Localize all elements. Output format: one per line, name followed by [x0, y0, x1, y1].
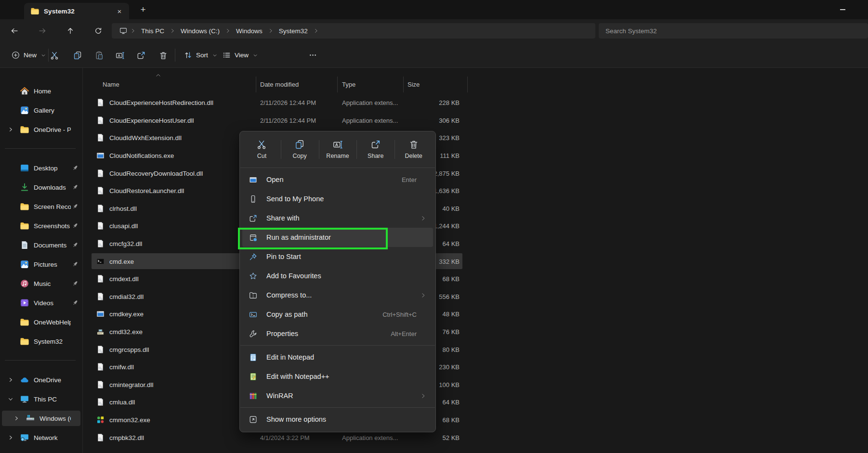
- forward-icon: [39, 27, 46, 35]
- column-separator[interactable]: [337, 77, 338, 92]
- menu-item-share-with[interactable]: Share with: [242, 208, 433, 228]
- column-separator[interactable]: [467, 77, 468, 92]
- sidebar-item-label: Downloads: [34, 184, 71, 191]
- menu-item-edit-in-notepad[interactable]: Edit in Notepad: [242, 348, 433, 367]
- menu-item-copy-as-path[interactable]: Copy as pathCtrl+Shift+C: [242, 305, 433, 324]
- tab-close-button[interactable]: ×: [114, 5, 125, 17]
- tab-title: System32: [44, 8, 75, 15]
- chevron-right-icon: [420, 215, 426, 221]
- sidebar-item-label: Home: [34, 88, 71, 95]
- quick-action-copy[interactable]: Copy: [281, 135, 319, 164]
- copy-icon: [295, 140, 304, 149]
- rename-button[interactable]: [110, 47, 130, 63]
- up-icon: [66, 27, 74, 35]
- file-row-cloudexperiencehostredirection-dll[interactable]: CloudExperienceHostRedirection.dll2/11/2…: [92, 94, 462, 112]
- folder-icon: [20, 337, 29, 346]
- column-header-size[interactable]: Size: [408, 81, 420, 88]
- breadcrumb-item-windows-c[interactable]: Windows (C:): [176, 26, 224, 36]
- sort-button[interactable]: Sort: [179, 47, 223, 63]
- menu-item-open[interactable]: OpenEnter: [242, 170, 433, 189]
- cut-button[interactable]: [45, 47, 64, 63]
- column-header-date-modified[interactable]: Date modified: [260, 81, 299, 88]
- new-button-label: New: [24, 52, 37, 59]
- column-separator[interactable]: [256, 77, 256, 92]
- quick-action-delete[interactable]: Delete: [395, 135, 433, 164]
- column-separator[interactable]: [403, 77, 404, 92]
- file-type: Application extens...: [342, 99, 398, 106]
- menu-item-label: Add to Favourites: [266, 272, 321, 280]
- back-button[interactable]: [7, 23, 22, 39]
- winrar-icon: [249, 392, 257, 400]
- chevron-right-icon[interactable]: [8, 377, 13, 383]
- menu-item-compress-to[interactable]: Compress to...: [242, 285, 433, 305]
- menu-item-add-to-favourites[interactable]: Add to Favourites: [242, 266, 433, 285]
- menu-item-edit-with-notepad[interactable]: Edit with Notepad++: [242, 367, 433, 386]
- chevron-down-icon: [212, 52, 218, 58]
- address-bar[interactable]: This PCWindows (C:)WindowsSystem32: [112, 23, 595, 39]
- share-button[interactable]: [132, 47, 151, 63]
- search-input[interactable]: Search System32: [599, 23, 868, 39]
- chevron-right-icon[interactable]: [13, 415, 19, 421]
- chevron-right-icon[interactable]: [8, 435, 13, 440]
- chevron-down-icon[interactable]: [8, 396, 13, 402]
- chevron-right-icon: [420, 292, 426, 298]
- tab-system32[interactable]: System32 ×: [24, 3, 129, 19]
- file-size: 230 KB: [439, 363, 460, 371]
- file-name: CloudRecoveryDownloadTool.dll: [109, 169, 203, 177]
- sort-ascending-icon: [155, 72, 161, 78]
- folder-icon: [20, 318, 29, 326]
- file-name: cmintegrator.dll: [109, 381, 154, 388]
- column-header-name[interactable]: Name: [103, 81, 119, 88]
- sidebar-item-label: Network: [34, 434, 71, 441]
- menu-item-show-more-options[interactable]: Show more options: [242, 410, 433, 429]
- copy-button[interactable]: [68, 47, 87, 63]
- file-name: CloudIdWxhExtension.dll: [109, 134, 182, 142]
- breadcrumb-item-windows[interactable]: Windows: [232, 26, 267, 36]
- menu-item-pin-to-start[interactable]: Pin to Start: [242, 247, 433, 266]
- menu-item-properties[interactable]: PropertiesAlt+Enter: [242, 324, 433, 343]
- quick-action-rename[interactable]: Rename: [319, 135, 357, 164]
- refresh-button[interactable]: [91, 23, 106, 39]
- file-size: 111 KB: [440, 152, 460, 159]
- share-icon: [371, 140, 381, 149]
- dll-icon: [96, 116, 105, 124]
- back-icon: [11, 27, 18, 35]
- sidebar-item-label: Screen Recordin: [34, 203, 71, 210]
- file-size: 332 KB: [439, 258, 460, 265]
- quick-action-share[interactable]: Share: [356, 135, 395, 164]
- dll-icon: [96, 380, 105, 388]
- dll-icon: [96, 169, 105, 177]
- cmd-icon: [96, 257, 105, 265]
- file-row-cloudexperiencehostuser-dll[interactable]: CloudExperienceHostUser.dll2/11/2026 12:…: [92, 112, 462, 129]
- music-icon: [20, 279, 29, 288]
- view-button[interactable]: View: [218, 47, 263, 63]
- menu-item-label: Copy as path: [266, 311, 307, 318]
- menu-item-label: Share with: [266, 214, 300, 222]
- menu-item-send-to-my-phone[interactable]: Send to My Phone: [242, 189, 433, 208]
- dll-icon: [96, 187, 105, 195]
- menu-divider: [240, 168, 435, 168]
- chevron-down-icon: [252, 52, 258, 58]
- quick-action-cut[interactable]: Cut: [243, 135, 281, 164]
- chevron-right-icon: [130, 28, 136, 34]
- breadcrumb-item-system32[interactable]: System32: [275, 26, 312, 36]
- file-name: cmgrcspps.dll: [109, 346, 149, 353]
- videos-icon: [20, 298, 29, 307]
- file-name: clusapi.dll: [109, 222, 138, 230]
- delete-button[interactable]: [154, 47, 173, 63]
- colorapp-icon: [96, 415, 105, 424]
- column-header-type[interactable]: Type: [342, 81, 355, 88]
- minimize-button[interactable]: [840, 9, 845, 10]
- forward-button[interactable]: [35, 23, 50, 39]
- new-tab-button[interactable]: +: [137, 3, 149, 16]
- file-name: cmpbk32.dll: [109, 434, 144, 441]
- file-name: cmifw.dll: [109, 363, 134, 371]
- paste-button[interactable]: [90, 47, 109, 63]
- menu-item-winrar[interactable]: WinRAR: [242, 386, 433, 405]
- chevron-right-icon[interactable]: [8, 127, 13, 132]
- up-button[interactable]: [63, 23, 78, 39]
- cut-icon: [50, 51, 59, 60]
- sidebar-item-label: OneDrive - Persona: [34, 126, 71, 133]
- breadcrumb-item-this-pc[interactable]: This PC: [137, 26, 169, 36]
- more-options-button[interactable]: [303, 47, 322, 63]
